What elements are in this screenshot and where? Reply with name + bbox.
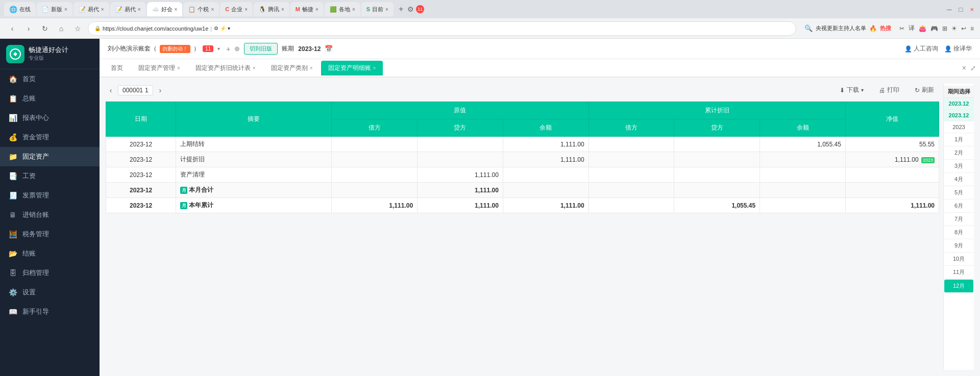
sidebar-item-tax[interactable]: 🧮 税务管理 [0, 224, 100, 244]
browser-tab-new[interactable]: 📄 新版 × [37, 2, 72, 16]
gamepad-icon[interactable]: 🎮 [930, 25, 938, 32]
sidebar-item-salary[interactable]: 📑 工资 [0, 166, 100, 186]
period-month-8[interactable]: 8月 [944, 226, 974, 239]
tab-close-icon[interactable]: × [352, 7, 355, 12]
customer-service[interactable]: 👤 人工咨询 [904, 44, 938, 53]
dropdown-icon[interactable]: ▾ [217, 46, 220, 52]
home-button[interactable]: ⌂ [55, 22, 67, 35]
period-month-7[interactable]: 7月 [944, 213, 974, 226]
undo-icon[interactable]: ↩ [961, 25, 966, 32]
tab-home[interactable]: 首页 [104, 61, 130, 76]
forward-button[interactable]: › [22, 22, 35, 35]
browser-tab-tencent[interactable]: 🐧 腾讯 × [254, 2, 289, 16]
grid-icon[interactable]: ⊞ [942, 25, 947, 32]
period-month-5[interactable]: 5月 [944, 186, 974, 199]
download-button[interactable]: ⬇ 下载 ▾ [835, 84, 869, 96]
translate-icon[interactable]: 译 [909, 24, 915, 33]
sidebar-item-archive[interactable]: 🗄 归档管理 [0, 263, 100, 283]
tab-close-icon[interactable]: × [101, 7, 104, 12]
tab-close-icon[interactable]: × [138, 7, 141, 12]
sidebar-item-closing[interactable]: 📂 结账 [0, 244, 100, 263]
tab-settings-icon[interactable]: ⚙ [407, 5, 414, 13]
settings-icon[interactable]: ⊕ [234, 45, 240, 53]
bookmark-button[interactable]: ☆ [71, 22, 84, 35]
extension-icon: ⚙ [214, 26, 218, 31]
period-month-10[interactable]: 10月 [944, 253, 974, 266]
print-button[interactable]: 🖨 打印 [874, 84, 904, 96]
tab-close-icon[interactable]: × [177, 65, 180, 71]
tab-fixed-asset-management[interactable]: 固定资产管理 × [131, 61, 187, 76]
minimize-button[interactable]: ─ [945, 6, 953, 13]
period-year-2023-first[interactable]: 2023.12 [944, 98, 974, 110]
tab-close-icon[interactable]: × [64, 7, 67, 12]
period-month-4[interactable]: 4月 [944, 173, 974, 186]
tab-close-icon[interactable]: × [211, 7, 214, 12]
browser-tab-changjie[interactable]: M 畅捷 × [290, 2, 324, 16]
main-content: ‹ 000001 1 › ⬇ 下载 ▾ [100, 78, 980, 376]
sidebar-item-home[interactable]: 🏠 首页 [0, 69, 100, 89]
next-account-button[interactable]: › [155, 85, 165, 95]
period-month-3[interactable]: 3月 [944, 160, 974, 173]
browser-tab-yidai2[interactable]: 📝 易代 × [110, 2, 146, 16]
sidebar-label-tax: 税务管理 [22, 230, 49, 239]
user-avatar[interactable]: 👤 徐译华 [944, 44, 972, 53]
period-month-6[interactable]: 6月 [944, 199, 974, 213]
tab-close-icon[interactable]: × [281, 7, 284, 12]
archive-icon: 🗄 [8, 268, 17, 278]
period-month-9[interactable]: 9月 [944, 239, 974, 253]
period-year-2023-second[interactable]: 2023.12 [944, 110, 974, 121]
refresh-button[interactable]: ↻ 刷新 [910, 84, 939, 96]
browser-tab-yidai1[interactable]: 📝 易代 × [74, 2, 109, 16]
scissors-icon[interactable]: ✂ [899, 25, 904, 32]
browser-tab-qiye[interactable]: C 企业 × [220, 2, 253, 16]
inventory-icon: 🖥 [8, 210, 17, 219]
dropdown-icon[interactable]: ▾ [861, 87, 864, 93]
sidebar-item-inventory[interactable]: 🖥 进销台账 [0, 205, 100, 224]
cell-summary: 月本年累计 [176, 198, 332, 213]
brightness-icon[interactable]: ☀ [951, 25, 957, 32]
browser-tab-haohui[interactable]: ☁️ 好会 × [147, 2, 183, 16]
prev-account-button[interactable]: ‹ [106, 85, 116, 95]
tab-close-icon[interactable]: × [310, 65, 313, 71]
new-tab-button[interactable]: + [397, 5, 405, 14]
tab-close-icon[interactable]: × [385, 7, 388, 12]
url-bar[interactable]: 🔒 https://cloud.chanjet.com/accounting/u… [88, 21, 796, 36]
back-button[interactable]: ‹ [6, 22, 18, 35]
close-button[interactable]: × [968, 6, 976, 13]
tab-close-icon[interactable]: × [175, 7, 178, 12]
sidebar-item-settings[interactable]: ⚙️ 设置 [0, 283, 100, 302]
tab-close-icon[interactable]: × [373, 65, 376, 71]
period-month-1[interactable]: 1月 [944, 133, 974, 146]
period-month-12[interactable]: 12月 [944, 280, 973, 293]
period-month-11[interactable]: 11月 [944, 266, 974, 279]
tab-asset-detail-ledger[interactable]: 固定资产明细账 × [321, 61, 383, 76]
add-icon[interactable]: + [226, 45, 230, 53]
tab-close-icon[interactable]: × [315, 7, 318, 12]
wallet-icon[interactable]: 👛 [919, 25, 926, 32]
browser-tab-gedi[interactable]: 🟩 各地 × [325, 2, 360, 16]
browser-tab-online[interactable]: 🌐 在线 [4, 2, 36, 16]
tab-depreciation-stats[interactable]: 固定资产折旧统计表 × [188, 61, 263, 76]
tab-close-icon[interactable]: × [244, 7, 248, 12]
sidebar-item-guide[interactable]: 📖 新手引导 [0, 302, 100, 321]
calendar-icon[interactable]: 📅 [325, 45, 333, 53]
switch-version-button[interactable]: 切到旧版 [244, 43, 278, 55]
tab-close-icon[interactable]: × [253, 65, 256, 71]
sidebar-item-general-ledger[interactable]: 📋 总账 [0, 89, 100, 108]
browser-tab-geshui[interactable]: 📋 个税 × [183, 2, 219, 16]
sidebar-item-funds[interactable]: 💰 资金管理 [0, 128, 100, 147]
period-year[interactable]: 2023 [944, 121, 974, 133]
period-month-2[interactable]: 2月 [944, 146, 974, 160]
close-panel-icon[interactable]: × [962, 64, 966, 72]
dropdown-icon[interactable]: ▾ [228, 26, 230, 31]
sidebar-item-invoice[interactable]: 🧾 发票管理 [0, 186, 100, 205]
sidebar-item-fixed-assets[interactable]: 📁 固定资产 [0, 147, 100, 166]
logo-sub: 专业版 [29, 55, 68, 62]
menu-icon[interactable]: ≡ [970, 25, 974, 32]
maximize-button[interactable]: □ [957, 6, 965, 13]
reload-button[interactable]: ↻ [39, 22, 51, 35]
sidebar-item-reports[interactable]: 📊 报表中心 [0, 108, 100, 128]
expand-icon[interactable]: ⤢ [970, 64, 976, 72]
browser-tab-muqian[interactable]: S 目前 × [361, 2, 394, 16]
tab-asset-category[interactable]: 固定资产类别 × [264, 61, 320, 76]
